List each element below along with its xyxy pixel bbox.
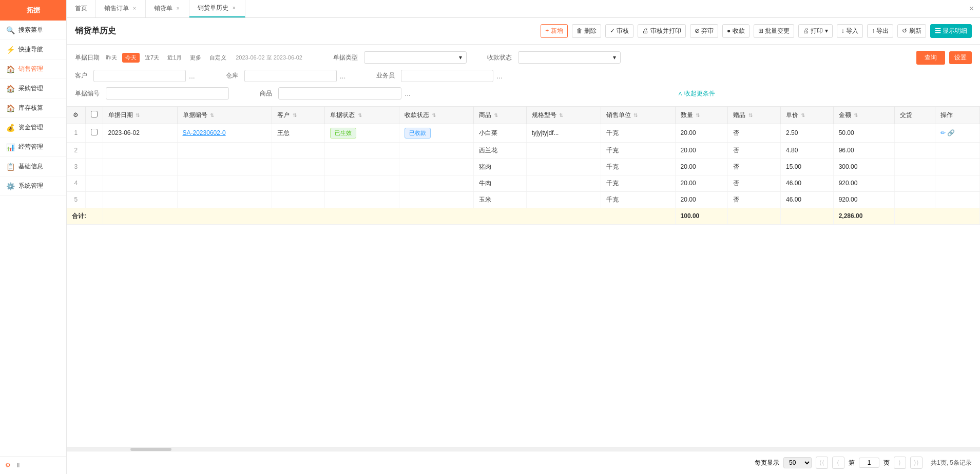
tab-sales-doc-label: 销货单 (154, 4, 172, 13)
tab-sales-doc-close[interactable]: × (176, 5, 181, 12)
summary-gift (728, 208, 781, 224)
select-all-checkbox[interactable] (91, 111, 98, 117)
next-page-btn[interactable]: ⟩ (894, 457, 906, 469)
add-button[interactable]: + 新增 (541, 24, 567, 38)
tab-sales-history[interactable]: 销货单历史 × (189, 0, 245, 17)
cell-checkbox[interactable] (85, 124, 103, 142)
col-goods[interactable]: 商品 ⇅ (474, 107, 527, 124)
doc-no-input[interactable] (106, 87, 229, 100)
tab-sales-order[interactable]: 销售订单 × (96, 0, 146, 17)
cell-checkbox[interactable] (85, 191, 103, 208)
col-settings[interactable]: ⚙ (67, 107, 85, 124)
abandon-audit-button[interactable]: ⊘ 弃审 (690, 24, 718, 38)
col-amount[interactable]: 金额 ⇅ (833, 107, 894, 124)
last-page-btn[interactable]: ⟩⟩ (910, 457, 923, 469)
cell-checkbox[interactable] (85, 142, 103, 159)
show-detail-button[interactable]: ☰ 显示明细 (930, 24, 972, 38)
tab-home[interactable]: 首页 (67, 0, 96, 17)
export-button[interactable]: ↑ 导出 (867, 24, 893, 38)
sidebar-bottom: ⚙ ⏸ (0, 456, 66, 474)
sidebar-item-sales[interactable]: 🏠 销售管理 (0, 60, 66, 79)
warehouse-input[interactable] (244, 70, 337, 82)
col-doc-status[interactable]: 单据状态 ⇅ (325, 107, 399, 124)
cell-doc-no[interactable] (177, 175, 272, 191)
prev-page-btn[interactable]: ⟨ (832, 457, 844, 469)
date-yesterday[interactable]: 昨天 (103, 53, 120, 63)
doc-type-select[interactable]: ▾ (364, 51, 467, 64)
sidebar-bottom-icon1[interactable]: ⚙ (5, 462, 11, 469)
sidebar-item-search[interactable]: 🔍 搜索菜单 (0, 21, 66, 40)
audit-button[interactable]: ✓ 审核 (605, 24, 633, 38)
cell-doc-no[interactable] (177, 191, 272, 208)
col-quantity[interactable]: 数量 ⇅ (675, 107, 728, 124)
warehouse-dots[interactable]: ... (340, 72, 346, 80)
cell-doc-status (325, 142, 399, 159)
sidebar-item-inventory[interactable]: 🏠 库存核算 (0, 98, 66, 118)
sidebar-item-quicknav[interactable]: ⚡ 快捷导航 (0, 40, 66, 60)
date-today[interactable]: 今天 (122, 53, 140, 63)
col-date[interactable]: 单据日期 ⇅ (103, 107, 177, 124)
goods-input[interactable] (278, 87, 401, 100)
tab-sales-order-close[interactable]: × (132, 5, 137, 12)
sidebar-item-purchase[interactable]: 🏠 采购管理 (0, 79, 66, 98)
date-custom[interactable]: 自定义 (206, 53, 229, 63)
date-1month[interactable]: 近1月 (164, 53, 185, 63)
sidebar-item-basic-info[interactable]: 📋 基础信息 (0, 157, 66, 176)
window-close-btn[interactable]: × (963, 0, 980, 17)
sidebar-item-system[interactable]: ⚙️ 系统管理 (0, 176, 66, 196)
salesperson-input[interactable] (401, 70, 493, 82)
per-page-select[interactable]: 50 100 200 (783, 457, 812, 468)
collect-button[interactable]: ● 收款 (722, 24, 750, 38)
cell-quantity: 20.00 (675, 191, 728, 208)
cell-customer (272, 175, 325, 191)
col-unit[interactable]: 销售单位 ⇅ (601, 107, 675, 124)
scrollbar-thumb[interactable] (130, 448, 171, 451)
sidebar-item-label: 基础信息 (18, 162, 43, 171)
date-more[interactable]: 更多 (187, 53, 204, 63)
customer-input[interactable] (93, 70, 186, 82)
cell-doc-no[interactable] (177, 142, 272, 159)
print-button[interactable]: 🖨 打印 ▾ (798, 24, 833, 38)
customer-dots[interactable]: ... (189, 72, 195, 80)
first-page-btn[interactable]: ⟨⟨ (816, 457, 828, 469)
goods-dots[interactable]: ... (405, 89, 411, 97)
query-button[interactable]: 查询 (916, 51, 945, 65)
cell-rownum: 2 (67, 142, 85, 159)
sidebar-bottom-icon2[interactable]: ⏸ (15, 462, 21, 469)
sidebar-item-operation[interactable]: 📊 经营管理 (0, 137, 66, 157)
horizontal-scrollbar[interactable] (67, 447, 980, 451)
cell-actions[interactable]: ✏ 🔗 (935, 124, 980, 142)
cell-checkbox[interactable] (85, 159, 103, 175)
cell-checkbox[interactable] (85, 175, 103, 191)
batch-change-button[interactable]: ⊞ 批量变更 (754, 24, 794, 38)
cell-amount: 50.00 (833, 124, 894, 142)
payment-status-select[interactable]: ▾ (518, 51, 621, 64)
col-price[interactable]: 单价 ⇅ (780, 107, 833, 124)
summary-amount: 2,286.00 (833, 208, 894, 224)
refresh-button[interactable]: ↺ 刷新 (897, 24, 926, 38)
date-7days[interactable]: 近7天 (142, 53, 162, 63)
audit-print-button[interactable]: 🖨 审核并打印 (638, 24, 685, 38)
page-number-input[interactable] (859, 458, 879, 468)
salesperson-dots[interactable]: ... (496, 72, 503, 80)
col-doc-no[interactable]: 单据编号 ⇅ (177, 107, 272, 124)
col-payment-status[interactable]: 收款状态 ⇅ (399, 107, 474, 124)
cell-goods: 牛肉 (474, 175, 527, 191)
cell-doc-no[interactable]: SA-20230602-0 (177, 124, 272, 142)
col-gift[interactable]: 赠品 ⇅ (728, 107, 781, 124)
delete-button[interactable]: 🗑 删除 (572, 24, 601, 38)
settings-button[interactable]: 设置 (949, 51, 972, 64)
tab-sales-doc[interactable]: 销货单 × (146, 0, 189, 17)
import-button[interactable]: ↓ 导入 (837, 24, 863, 38)
col-spec[interactable]: 规格型号 ⇅ (526, 107, 601, 124)
col-customer[interactable]: 客户 ⇅ (272, 107, 325, 124)
collapse-button[interactable]: ∧ 收起更条件 (676, 87, 717, 100)
tab-sales-history-close[interactable]: × (232, 4, 237, 12)
date-range-buttons: 昨天 今天 近7天 近1月 更多 自定义 (103, 53, 229, 63)
page-prefix: 第 (849, 459, 855, 467)
cell-actions (935, 191, 980, 208)
home-icon: 🏠 (6, 65, 14, 73)
lightning-icon: ⚡ (6, 46, 14, 54)
sidebar-item-fund[interactable]: 💰 资金管理 (0, 118, 66, 137)
cell-doc-no[interactable] (177, 159, 272, 175)
